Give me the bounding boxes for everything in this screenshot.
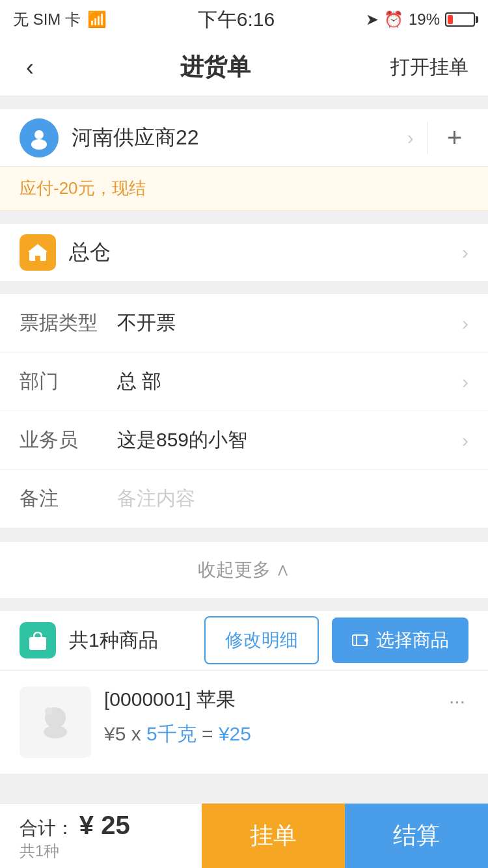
warehouse-chevron-icon: ›: [462, 241, 468, 264]
product-equals: =: [197, 723, 219, 744]
nav-bar: ‹ 进货单 打开挂单: [0, 39, 488, 96]
product-code: [0000001]: [104, 688, 191, 710]
invoice-label: 票据类型: [20, 310, 104, 336]
collapse-text: 收起更多 ∧: [198, 558, 291, 582]
product-menu-button[interactable]: ···: [446, 686, 468, 715]
salesperson-row[interactable]: 业务员 这是859的小智 ›: [0, 411, 488, 470]
gap-2: [0, 211, 488, 224]
product-info: [0000001] 苹果 ¥5 x 5千克 = ¥25: [104, 686, 433, 748]
warehouse-svg: [27, 241, 49, 264]
product-quantity: 5千克: [146, 723, 197, 744]
product-count-text: 共1种商品: [69, 627, 191, 654]
back-button[interactable]: ‹: [20, 47, 40, 88]
hang-order-button[interactable]: 挂单: [202, 804, 345, 869]
total-label: 合计：: [20, 818, 74, 838]
bag-icon: [27, 629, 49, 651]
bottom-bar: 合计： ¥ 25 共1种 挂单 结算: [0, 803, 488, 868]
total-row: 合计： ¥ 25: [20, 811, 182, 841]
warehouse-name: 总仓: [69, 238, 462, 267]
remark-row[interactable]: 备注 备注内容: [0, 470, 488, 528]
svg-marker-3: [28, 244, 47, 252]
product-item: [0000001] 苹果 ¥5 x 5千克 = ¥25 ···: [0, 671, 488, 774]
gap-1: [0, 96, 488, 109]
status-left: 无 SIM 卡 📶: [13, 9, 107, 30]
collapse-row[interactable]: 收起更多 ∧: [0, 541, 488, 598]
invoice-chevron-icon: ›: [462, 312, 468, 334]
battery-fill: [448, 15, 453, 24]
person-icon: [27, 126, 51, 150]
notice-row: 应付-20元，现结: [0, 167, 488, 211]
add-supplier-button[interactable]: +: [441, 116, 468, 159]
form-section: 票据类型 不开票 › 部门 总 部 › 业务员 这是859的小智 › 备注 备注…: [0, 294, 488, 528]
invoice-row[interactable]: 票据类型 不开票 ›: [0, 294, 488, 353]
remark-label: 备注: [20, 485, 104, 512]
supplier-row[interactable]: 河南供应商22 › +: [0, 109, 488, 167]
status-right: ➤ ⏰ 19%: [366, 10, 475, 29]
svg-point-12: [45, 707, 53, 715]
total-section: 合计： ¥ 25 共1种: [0, 811, 202, 861]
total-amount: ¥ 25: [79, 811, 130, 839]
salesperson-value: 这是859的小智: [104, 427, 462, 454]
svg-rect-4: [35, 256, 40, 261]
product-name: [0000001] 苹果: [104, 686, 433, 713]
svg-point-1: [31, 139, 47, 150]
product-title: 苹果: [197, 688, 236, 710]
supplier-avatar: [20, 118, 59, 157]
department-row[interactable]: 部门 总 部 ›: [0, 353, 488, 411]
warehouse-row[interactable]: 总仓 ›: [0, 224, 488, 281]
svg-point-11: [44, 726, 67, 739]
chevron-right-icon: ›: [407, 127, 414, 149]
select-product-button[interactable]: 选择商品: [332, 617, 468, 663]
product-thumbnail: [20, 686, 91, 758]
department-value: 总 部: [104, 368, 462, 395]
product-total: ¥25: [219, 723, 251, 744]
status-time: 下午6:16: [198, 7, 275, 33]
open-hang-button[interactable]: 打开挂单: [390, 54, 468, 81]
salesperson-chevron-icon: ›: [462, 429, 468, 452]
battery-icon: [445, 12, 475, 27]
invoice-value: 不开票: [104, 310, 462, 336]
total-count: 共1种: [20, 841, 182, 861]
battery-percent: 19%: [409, 10, 440, 29]
cart-icon: [351, 631, 370, 649]
location-icon: ➤: [366, 10, 379, 29]
product-count-icon: [20, 622, 56, 658]
supplier-name: 河南供应商22: [72, 124, 407, 152]
department-label: 部门: [20, 368, 104, 395]
alarm-icon: ⏰: [384, 10, 403, 29]
edit-detail-button[interactable]: 修改明细: [204, 616, 319, 664]
warehouse-icon: [20, 234, 56, 271]
department-chevron-icon: ›: [462, 371, 468, 393]
product-price: ¥5 x: [104, 723, 146, 744]
product-formula: ¥5 x 5千克 = ¥25: [104, 721, 433, 748]
status-bar: 无 SIM 卡 📶 下午6:16 ➤ ⏰ 19%: [0, 0, 488, 39]
notice-text: 应付-20元，现结: [20, 178, 146, 198]
remark-input[interactable]: 备注内容: [104, 485, 468, 512]
carrier-text: 无 SIM 卡: [13, 9, 81, 30]
svg-rect-5: [29, 637, 46, 650]
checkout-button[interactable]: 结算: [345, 804, 488, 869]
product-image-placeholder: [33, 699, 78, 745]
select-product-label: 选择商品: [376, 628, 449, 653]
page-title: 进货单: [180, 51, 251, 83]
products-header: 共1种商品 修改明细 选择商品: [0, 611, 488, 670]
wifi-icon: 📶: [87, 10, 107, 29]
svg-point-0: [34, 130, 44, 139]
salesperson-label: 业务员: [20, 427, 104, 454]
supplier-divider: [427, 122, 427, 154]
